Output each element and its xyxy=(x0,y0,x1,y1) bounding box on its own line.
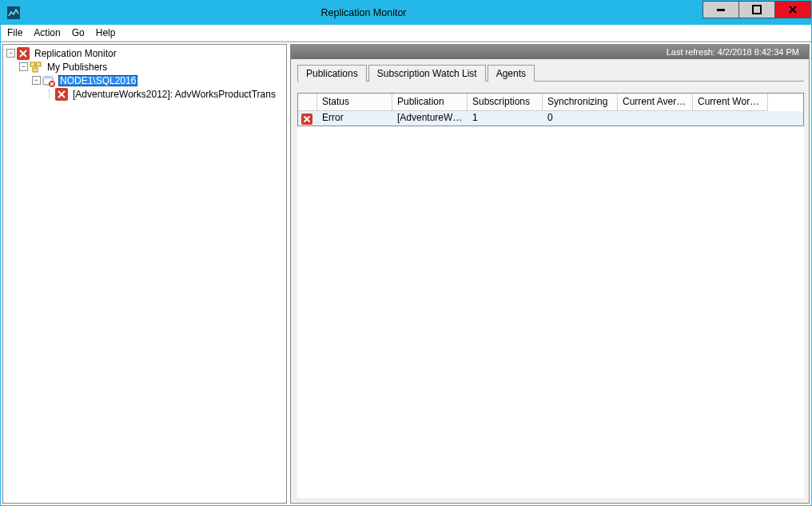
tree-panel: − Replication Monitor xyxy=(2,44,287,504)
title-bar: Replication Monitor xyxy=(1,1,811,25)
tab-strip: Publications Subscription Watch List Age… xyxy=(297,64,804,82)
cell-synchronizing: 0 xyxy=(543,111,618,126)
publications-list-container: Status Publication Subscriptions Synchro… xyxy=(297,82,804,498)
column-header-icon[interactable] xyxy=(298,94,317,111)
window-title: Replication Monitor xyxy=(25,7,703,18)
column-header-subscriptions[interactable]: Subscriptions xyxy=(468,94,543,111)
list-body-whitespace xyxy=(297,126,804,498)
tree-line-icon xyxy=(45,90,54,98)
tab-agents[interactable]: Agents xyxy=(488,65,535,82)
column-header-current-worst[interactable]: Current Worst ... xyxy=(693,94,768,111)
publication-error-icon xyxy=(55,88,68,101)
menu-bar: File Action Go Help xyxy=(1,25,811,42)
menu-go[interactable]: Go xyxy=(72,27,85,38)
table-row[interactable]: Error [AdventureWo... 1 0 xyxy=(298,111,803,126)
svg-rect-8 xyxy=(30,62,35,66)
cell-current-worst xyxy=(693,111,768,126)
menu-action[interactable]: Action xyxy=(34,27,60,38)
tab-area: Publications Subscription Watch List Age… xyxy=(291,59,809,503)
column-header-current-average[interactable]: Current Averag... xyxy=(618,94,693,111)
maximize-button[interactable] xyxy=(738,1,775,18)
cell-publication: [AdventureWo... xyxy=(392,111,468,126)
cell-subscriptions: 1 xyxy=(468,111,543,126)
publications-list[interactable]: Status Publication Subscriptions Synchro… xyxy=(297,93,804,126)
app-icon xyxy=(7,6,20,19)
publishers-group-icon xyxy=(30,61,42,74)
svg-line-4 xyxy=(790,6,796,13)
tree-node-root[interactable]: − Replication Monitor xyxy=(3,46,286,60)
tree-node-label: NODE1\SQL2016 xyxy=(58,75,137,86)
tree-node-publisher[interactable]: − xyxy=(29,74,286,87)
cell-current-average xyxy=(618,111,693,126)
tree[interactable]: − Replication Monitor xyxy=(3,46,286,101)
svg-line-3 xyxy=(790,6,796,13)
svg-rect-9 xyxy=(36,62,41,66)
tree-node-label: [AdventureWorks2012]: AdvWorksProductTra… xyxy=(71,89,277,100)
replication-monitor-icon xyxy=(17,47,30,60)
minimize-button[interactable] xyxy=(703,1,739,18)
tree-node-my-publishers[interactable]: − My Publishers xyxy=(16,60,286,74)
menu-file[interactable]: File xyxy=(7,27,22,38)
row-status-icon xyxy=(298,111,317,126)
tree-expander-icon[interactable]: − xyxy=(6,49,15,58)
tree-node-label: My Publishers xyxy=(46,62,109,73)
app-window: Replication Monitor File Action Go Help xyxy=(0,0,812,506)
tree-node-publication[interactable]: [AdventureWorks2012]: AdvWorksProductTra… xyxy=(42,87,286,101)
server-error-icon xyxy=(42,74,55,87)
cell-status: Error xyxy=(317,111,392,126)
column-header-status[interactable]: Status xyxy=(317,94,392,111)
detail-panel: Last refresh: 4/2/2018 8:42:34 PM Public… xyxy=(290,44,810,504)
list-header-row: Status Publication Subscriptions Synchro… xyxy=(298,94,803,111)
window-controls xyxy=(703,1,811,25)
svg-rect-2 xyxy=(753,6,761,14)
last-refresh-bar: Last refresh: 4/2/2018 8:42:34 PM xyxy=(291,45,809,59)
tree-expander-icon[interactable]: − xyxy=(32,76,41,85)
tree-node-label: Replication Monitor xyxy=(33,48,118,59)
menu-help[interactable]: Help xyxy=(96,27,116,38)
svg-rect-12 xyxy=(43,77,53,79)
column-header-publication[interactable]: Publication xyxy=(392,94,468,111)
client-area: − Replication Monitor xyxy=(1,42,811,505)
last-refresh-label: Last refresh: 4/2/2018 8:42:34 PM xyxy=(667,47,799,57)
close-button[interactable] xyxy=(774,1,811,18)
tree-expander-icon[interactable]: − xyxy=(19,62,28,71)
tab-publications[interactable]: Publications xyxy=(297,65,367,82)
svg-rect-1 xyxy=(717,9,725,11)
column-header-synchronizing[interactable]: Synchronizing xyxy=(543,94,618,111)
svg-rect-10 xyxy=(33,68,38,72)
tab-subscription-watch-list[interactable]: Subscription Watch List xyxy=(368,65,486,82)
